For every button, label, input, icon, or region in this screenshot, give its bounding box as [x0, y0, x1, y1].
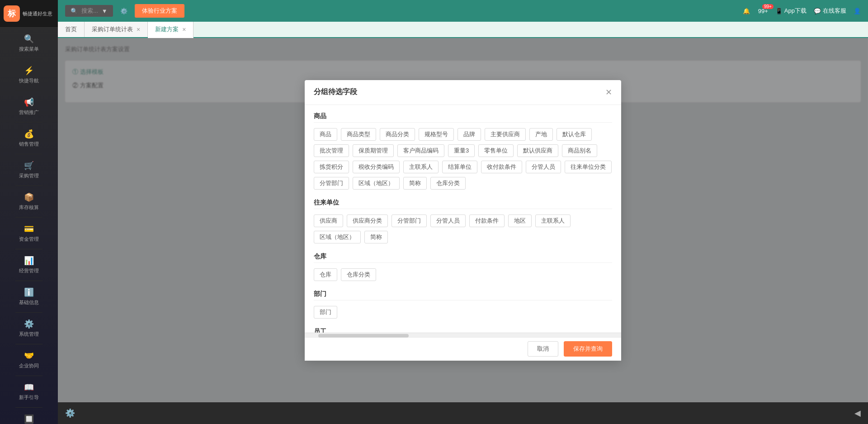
field-tag-0-12[interactable]: 零售单位 — [478, 144, 514, 157]
cancel-button[interactable]: 取消 — [528, 341, 558, 357]
search-bar[interactable]: 🔍 搜索... ▼ — [65, 5, 113, 17]
field-tag-0-23[interactable]: 区域（地区） — [353, 177, 400, 190]
field-tag-1-4[interactable]: 付款条件 — [469, 214, 505, 227]
sidebar-label-1: 快捷导航 — [19, 77, 39, 84]
sidebar-label-11: 新手引导 — [19, 394, 39, 401]
field-tag-0-5[interactable]: 主要供应商 — [485, 128, 526, 141]
sidebar-item-0[interactable]: 🔍搜索菜单 — [15, 28, 42, 59]
tag-group-1: 供应商供应商分类分管部门分管人员付款条件地区主联系人区域（地区）简称 — [314, 214, 612, 243]
field-tag-1-6[interactable]: 主联系人 — [535, 214, 571, 227]
field-tag-0-21[interactable]: 往来单位分类 — [565, 161, 612, 173]
field-tag-0-14[interactable]: 商品别名 — [562, 144, 597, 157]
modal-footer: 取消 保存并查询 — [305, 337, 621, 361]
field-tag-0-24[interactable]: 简称 — [403, 177, 427, 190]
header-right: 🔔 99+ 99+ 📱 App下载 💬 在线客服 👤 — [743, 7, 861, 15]
sidebar-logo: 标 畅捷通好生意 — [0, 0, 58, 28]
sidebar-item-8[interactable]: ℹ️基础信息 — [15, 281, 42, 313]
field-tag-0-10[interactable]: 客户商品编码 — [397, 144, 444, 157]
field-tag-1-8[interactable]: 简称 — [364, 231, 388, 243]
tab-home[interactable]: 首页 — [58, 22, 85, 37]
field-tag-1-3[interactable]: 分管人员 — [430, 214, 466, 227]
modal-overlay: 分组待选字段 ✕ 商品商品商品类型商品分类规格型号品牌主要供应商产地默认仓库批次… — [58, 38, 868, 402]
bottom-collapse-icon[interactable]: ◀ — [854, 408, 861, 418]
field-tag-1-0[interactable]: 供应商 — [314, 214, 343, 227]
sidebar-label-8: 基础信息 — [19, 299, 39, 306]
section-title-4: 员工 — [314, 328, 612, 333]
hscroll-thumb — [318, 334, 409, 338]
tab-new-plan[interactable]: 新建方案 × — [148, 22, 193, 38]
field-select-modal: 分组待选字段 ✕ 商品商品商品类型商品分类规格型号品牌主要供应商产地默认仓库批次… — [305, 80, 621, 361]
online-service-btn[interactable]: 💬 在线客服 — [814, 7, 846, 15]
field-tag-0-2[interactable]: 商品分类 — [380, 128, 415, 141]
field-tag-0-4[interactable]: 品牌 — [458, 128, 481, 141]
tab-close-purchase[interactable]: × — [137, 26, 140, 33]
main-area: 🔍 搜索... ▼ ⚙️ 体验行业方案 🔔 99+ 99+ 📱 App下载 💬 — [58, 0, 868, 424]
tab-close-new-plan[interactable]: × — [182, 26, 186, 33]
tab-purchase-stats[interactable]: 采购订单统计表 × — [85, 22, 148, 37]
notification-btn[interactable]: 🔔 99+ 99+ — [743, 8, 768, 14]
sidebar-icon-4: 🛒 — [24, 161, 34, 171]
sidebar-item-6[interactable]: 💳资金管理 — [15, 218, 42, 249]
field-tag-0-3[interactable]: 规格型号 — [419, 128, 454, 141]
sidebar-item-5[interactable]: 📦库存核算 — [15, 186, 42, 218]
sidebar-item-3[interactable]: 💰销售管理 — [15, 123, 42, 154]
section-title-3: 部门 — [314, 290, 612, 300]
experience-btn[interactable]: 体验行业方案 — [135, 4, 184, 18]
field-tag-1-1[interactable]: 供应商分类 — [347, 214, 388, 227]
modal-close-btn[interactable]: ✕ — [605, 87, 612, 97]
field-tag-0-7[interactable]: 默认仓库 — [557, 128, 592, 141]
sidebar-item-2[interactable]: 📢营销推广 — [15, 91, 42, 123]
sidebar-item-10[interactable]: 🤝企业协同 — [15, 344, 42, 376]
sidebar-item-4[interactable]: 🛒采购管理 — [15, 154, 42, 186]
field-tag-1-5[interactable]: 地区 — [508, 214, 532, 227]
modal-hscroll[interactable] — [305, 333, 621, 337]
sidebar-label-0: 搜索菜单 — [19, 46, 39, 52]
field-tag-2-0[interactable]: 仓库 — [314, 268, 337, 281]
field-tag-0-16[interactable]: 税收分类编码 — [353, 161, 400, 173]
sidebar-item-11[interactable]: 📖新手引导 — [15, 376, 42, 408]
user-avatar[interactable]: 👤 — [854, 8, 861, 14]
field-tag-0-0[interactable]: 商品 — [314, 128, 337, 141]
bottom-settings-icon[interactable]: ⚙️ — [65, 408, 75, 418]
logo-icon: 标 — [4, 5, 20, 22]
sidebar-label-5: 库存核算 — [19, 204, 39, 211]
field-tag-0-18[interactable]: 结算单位 — [442, 161, 477, 173]
field-tag-1-2[interactable]: 分管部门 — [392, 214, 427, 227]
sidebar-label-7: 经营管理 — [19, 267, 39, 274]
modal-body: 商品商品商品类型商品分类规格型号品牌主要供应商产地默认仓库批次管理保质期管理客户… — [305, 105, 621, 333]
modal-title: 分组待选字段 — [314, 87, 357, 97]
header: 🔍 搜索... ▼ ⚙️ 体验行业方案 🔔 99+ 99+ 📱 App下载 💬 — [58, 0, 868, 22]
sidebar-label-10: 企业协同 — [19, 362, 39, 369]
section-4: 员工业务员 — [314, 328, 612, 333]
field-tag-3-0[interactable]: 部门 — [314, 306, 337, 319]
app-download-btn[interactable]: 📱 App下载 — [775, 7, 807, 15]
field-tag-0-1[interactable]: 商品类型 — [341, 128, 376, 141]
field-tag-0-22[interactable]: 分管部门 — [314, 177, 349, 190]
sidebar-icon-11: 📖 — [24, 382, 34, 392]
field-tag-0-13[interactable]: 默认供应商 — [517, 144, 558, 157]
field-tag-0-19[interactable]: 收付款条件 — [481, 161, 522, 173]
settings-gear[interactable]: ⚙️ — [120, 8, 127, 14]
sidebar-icon-12: 🔲 — [24, 414, 34, 424]
field-tag-0-11[interactable]: 重量3 — [448, 144, 475, 157]
service-icon: 💬 — [814, 8, 821, 14]
field-tag-0-15[interactable]: 拣货积分 — [314, 161, 349, 173]
sidebar-item-1[interactable]: ⚡快捷导航 — [15, 59, 42, 91]
sidebar-item-7[interactable]: 📊经营管理 — [15, 249, 42, 281]
field-tag-1-7[interactable]: 区域（地区） — [314, 231, 361, 243]
confirm-button[interactable]: 保存并查询 — [564, 341, 612, 357]
section-0: 商品商品商品类型商品分类规格型号品牌主要供应商产地默认仓库批次管理保质期管理客户… — [314, 112, 612, 190]
field-tag-0-20[interactable]: 分管人员 — [526, 161, 561, 173]
sidebar-item-12[interactable]: 🔲应用中心 — [15, 408, 42, 424]
sidebar-icon-6: 💳 — [24, 224, 34, 234]
sidebar-label-9: 系统管理 — [19, 331, 39, 338]
sidebar-item-9[interactable]: ⚙️系统管理 — [15, 313, 42, 344]
sidebar-icon-7: 📊 — [24, 256, 34, 266]
notification-icon: 🔔 — [743, 8, 750, 14]
field-tag-2-1[interactable]: 仓库分类 — [341, 268, 376, 281]
field-tag-0-25[interactable]: 仓库分类 — [430, 177, 466, 190]
field-tag-0-9[interactable]: 保质期管理 — [353, 144, 394, 157]
field-tag-0-17[interactable]: 主联系人 — [403, 161, 439, 173]
field-tag-0-8[interactable]: 批次管理 — [314, 144, 349, 157]
field-tag-0-6[interactable]: 产地 — [529, 128, 553, 141]
